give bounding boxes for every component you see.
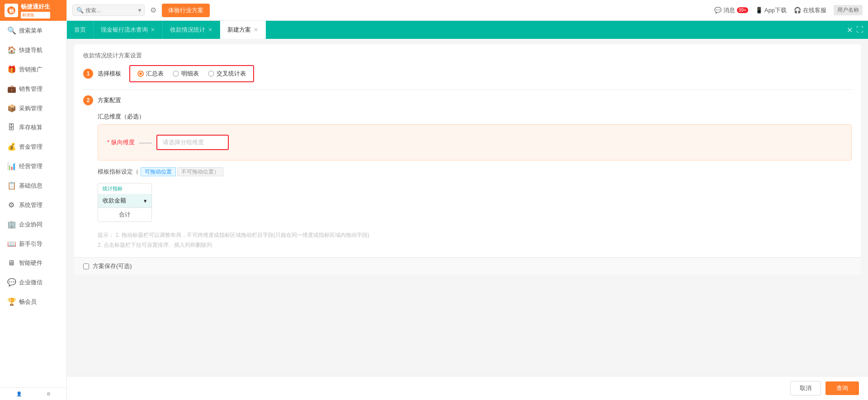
sidebar-item-operations[interactable]: 📊 经营管理 [0,156,66,176]
sidebar-item-label: 搜索菜单 [19,27,42,35]
step1-row: 1 选择模板 汇总表 明细表 交叉统计表 [83,65,852,82]
tab-receipts-label: 收款情况统计 [170,26,205,34]
metric-section-label: 统计指标 [98,184,151,192]
tip-line-1: 提示： 1. 拖动标题栏可以调整布局，不可跨维度或指标区域拖动栏目字段(只能在同… [98,231,852,240]
logo-badge: 标准版 [21,12,50,19]
query-button[interactable]: 查询 [826,381,859,395]
tabbar-controls: ✕ ⛶ [842,21,868,39]
template-options: 汇总表 明细表 交叉统计表 [129,65,254,82]
tip-2-text: 2. 点击标题栏下拉可设置排序、插入列和删除列 [98,240,212,250]
sidebar-item-marketing[interactable]: 🎁 营销推广 [0,60,66,79]
radio-crosstab[interactable]: 交叉统计表 [208,70,246,78]
radio-summary[interactable]: 汇总表 [137,70,164,78]
messages-btn[interactable]: 💬 消息 99+ [714,6,748,14]
sidebar-item-label: 智能硬件 [19,259,42,267]
close-icon[interactable]: ✕ [254,27,258,33]
user-icon: 👤 [16,391,22,396]
sidebar-item-guide[interactable]: 📖 新手引导 [0,234,66,254]
sidebar-item-enterprise[interactable]: 🏢 企业协同 [0,215,66,234]
chevron-down-icon[interactable]: ▾ [144,198,147,204]
save-checkbox[interactable] [83,264,89,269]
sidebar-item-system[interactable]: ⚙ 系统管理 [0,195,66,215]
metric-table: 统计指标 收款金额 ▾ 合计 [98,183,152,222]
gift-icon: 🎁 [7,65,15,74]
indicator-header: 模板指标设定（ 可拖动位置 不可拖动位置） [98,168,852,176]
metric-header-row[interactable]: 收款金额 ▾ [98,194,151,208]
close-icon[interactable]: ✕ [208,27,212,33]
search-icon: 🔍 [76,7,84,14]
sidebar-item-basic[interactable]: 📋 基础信息 [0,176,66,195]
metric-header-label: 收款金额 [103,197,126,205]
logo-text: 畅捷通好生 [21,3,50,11]
tab-cashflow[interactable]: 现金银行流水查询 ✕ [94,21,163,39]
topbar-actions: 💬 消息 99+ 📱 App下载 🎧 在线客服 用户名称 [714,5,863,15]
sidebar-item-inventory[interactable]: 🗄 库存核算 [0,118,66,137]
tab-close-all-icon[interactable]: ✕ [847,26,853,34]
draggable-badge: 可拖动位置 [141,167,176,176]
storage-icon: 🗄 [7,123,15,132]
tab-receipts[interactable]: 收款情况统计 ✕ [163,21,220,39]
footer-btn-1[interactable]: 👤 [16,391,22,396]
online-service-btn[interactable]: 🎧 在线客服 [794,6,826,14]
sidebar-item-finance[interactable]: 💰 资金管理 [0,137,66,156]
sidebar-footer: 👤 ⚙ [0,387,66,400]
tab-home[interactable]: 首页 [67,21,94,39]
app-download-btn[interactable]: 📱 App下载 [755,6,787,14]
chart-icon: 📊 [7,162,15,170]
app-download-label: App下载 [764,6,787,14]
trial-btn[interactable]: 体验行业方案 [162,4,210,17]
home-icon: 🏠 [7,46,15,54]
radio-crosstab-circle [208,71,214,77]
step1-label: 选择模板 [98,70,121,78]
tab-home-label: 首页 [74,26,86,34]
metric-column-label: 收款金额 [103,197,126,205]
footer-bar: 取消 查询 [67,376,868,400]
sidebar-item-label: 基础信息 [19,182,42,190]
sidebar-item-label: 采购管理 [19,104,42,113]
sidebar-logo: 畅 畅捷通好生 标准版 [0,0,66,21]
chevron-down-icon[interactable]: ▼ [137,7,142,14]
step2-row: 2 方案配置 [83,95,852,105]
monitor-icon: 🖥 [7,259,15,267]
sidebar-item-label: 系统管理 [19,201,42,209]
sidebar-item-sales[interactable]: 💼 销售管理 [0,79,66,99]
close-icon[interactable]: ✕ [151,27,155,33]
sidebar-item-purchase[interactable]: 📦 采购管理 [0,99,66,118]
briefcase-icon: 💼 [7,85,15,93]
radio-detail[interactable]: 明细表 [173,70,199,78]
sidebar-item-label: 库存核算 [19,123,42,132]
sidebar-item-search[interactable]: 🔍 搜索菜单 [0,21,66,40]
sidebar-item-member[interactable]: 🏆 畅会员 [0,292,66,311]
sidebar-item-wechat[interactable]: 💬 企业微信 [0,273,66,292]
dimension-section-label: 汇总维度（必选） [98,113,852,121]
dim-select[interactable]: 请选择分组维度 [156,135,229,150]
metric-body-row: 合计 [98,208,151,221]
dim-placeholder: 请选择分组维度 [163,139,204,146]
tip-line-2: 2. 点击标题栏下拉可设置排序、插入列和删除列 [98,240,852,250]
divider-1 [83,89,852,90]
tab-expand-icon[interactable]: ⛶ [856,26,863,34]
step1-circle: 1 [83,69,93,79]
tab-new-plan-label: 新建方案 [227,26,251,34]
user-name[interactable]: 用户名称 [834,5,863,15]
tab-cashflow-label: 现金银行流水查询 [101,26,148,34]
building-icon: 🏢 [7,220,15,229]
sidebar-item-home[interactable]: 🏠 快捷导航 [0,40,66,60]
settings-gear-icon[interactable]: ⚙ [148,4,158,16]
book-icon: 📖 [7,240,15,248]
wechat-icon: 💬 [7,278,15,287]
indicator-settings: 模板指标设定（ 可拖动位置 不可拖动位置） 统计指标 收款金额 ▾ [98,168,852,223]
sidebar-item-label: 企业协同 [19,221,42,229]
footer-btn-2[interactable]: ⚙ [47,391,51,396]
search-box[interactable]: 🔍 ▼ [72,5,145,16]
cancel-button[interactable]: 取消 [790,381,821,395]
sidebar-item-hardware[interactable]: 🖥 智能硬件 [0,254,66,273]
save-checkbox-label: 方案保存(可选) [93,262,132,270]
vertical-dim-label: 纵向维度 [107,138,135,146]
bottom-save-section: 方案保存(可选) [74,257,861,275]
sidebar-item-label: 企业微信 [19,278,42,287]
gear-icon: ⚙ [7,201,15,209]
tab-new-plan[interactable]: 新建方案 ✕ [220,21,266,39]
online-service-label: 在线客服 [803,6,826,14]
search-input[interactable] [85,7,135,14]
